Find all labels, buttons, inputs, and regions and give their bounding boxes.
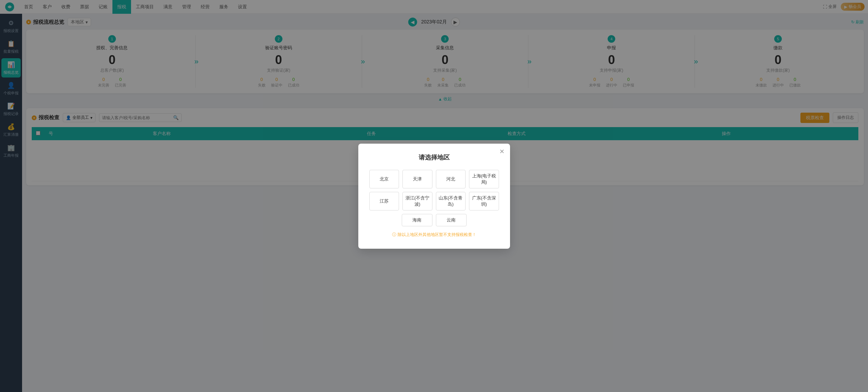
region-warning: ⓘ 除以上地区外其他地区暂不支持报税检查！ (369, 232, 499, 238)
warning-icon: ⓘ (392, 232, 396, 238)
region-grid-row2: 江苏 浙江(不含宁波) 山东(不含青岛) 广东(不含深圳) (369, 192, 499, 210)
modal-title: 请选择地区 (369, 153, 499, 162)
region-grid-row1: 北京 天津 河北 上海(电子税局) (369, 170, 499, 188)
region-btn-shandong[interactable]: 山东(不含青岛) (436, 192, 466, 210)
region-select-modal: ✕ 请选择地区 北京 天津 河北 上海(电子税局) 江苏 浙江(不含宁波) 山东… (358, 144, 510, 249)
region-btn-guangdong[interactable]: 广东(不含深圳) (469, 192, 499, 210)
region-btn-tianjin[interactable]: 天津 (402, 170, 432, 188)
region-grid-row3: 海南 云南 (402, 214, 467, 226)
modal-close-button[interactable]: ✕ (499, 148, 505, 155)
region-btn-beijing[interactable]: 北京 (369, 170, 399, 188)
region-btn-hainan[interactable]: 海南 (402, 214, 432, 226)
region-btn-hebei[interactable]: 河北 (436, 170, 466, 188)
region-btn-yunnan[interactable]: 云南 (436, 214, 467, 226)
region-btn-shanghai[interactable]: 上海(电子税局) (469, 170, 499, 188)
region-btn-zhejiang[interactable]: 浙江(不含宁波) (402, 192, 432, 210)
warning-text: 除以上地区外其他地区暂不支持报税检查！ (398, 232, 476, 238)
region-btn-jiangsu[interactable]: 江苏 (369, 192, 399, 210)
modal-overlay: ✕ 请选择地区 北京 天津 河北 上海(电子税局) 江苏 浙江(不含宁波) 山东… (0, 0, 868, 392)
